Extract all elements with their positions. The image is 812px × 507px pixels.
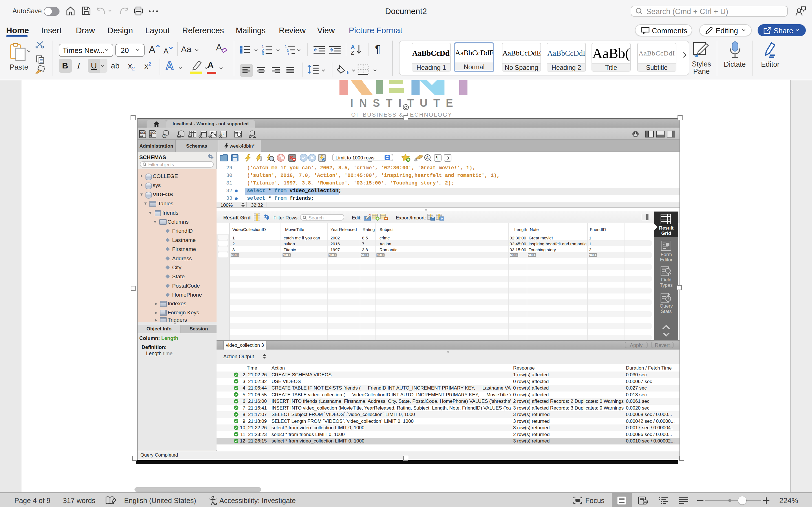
svg-text:SQL: SQL (150, 131, 156, 134)
svg-text:A: A (351, 44, 355, 50)
svg-text:Z: Z (351, 50, 354, 55)
svg-text:SQL: SQL (140, 131, 146, 134)
svg-text:3: 3 (262, 51, 264, 55)
svg-text:A: A (426, 156, 429, 160)
svg-text:¶: ¶ (436, 155, 439, 161)
svg-text:i: i (288, 51, 289, 55)
